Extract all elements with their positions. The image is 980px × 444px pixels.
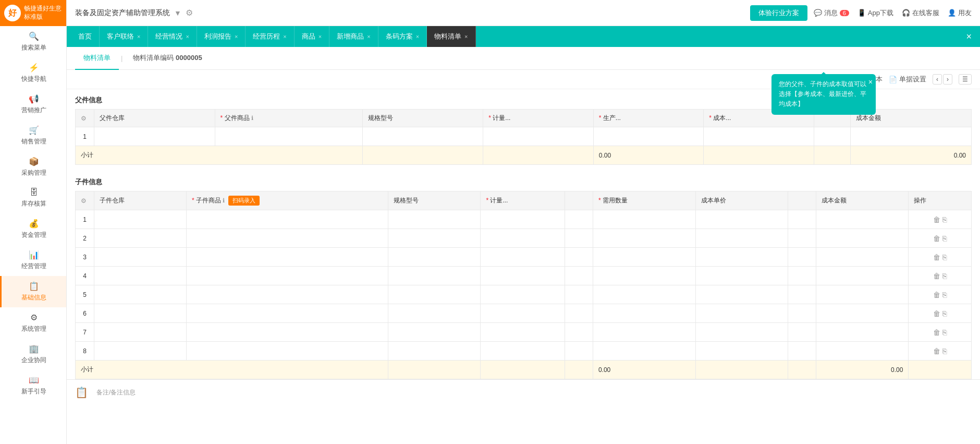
nav-tab-close-icon[interactable]: ×	[464, 33, 468, 40]
child-cell-spec[interactable]	[388, 248, 481, 267]
sidebar-item-inventory[interactable]: 🗄库存核算	[0, 183, 66, 213]
close-all-btn[interactable]: ×	[962, 31, 976, 42]
child-cell-product[interactable]	[187, 342, 388, 361]
child-cell-qty[interactable]	[593, 210, 696, 229]
parent-cell-warehouse[interactable]	[94, 127, 215, 146]
copy-icon[interactable]: ⎘	[942, 347, 947, 355]
nav-tab-close-icon[interactable]: ×	[318, 33, 322, 40]
settings-gear-icon[interactable]: ⚙	[81, 115, 87, 122]
nav-tab-close-icon[interactable]: ×	[186, 33, 189, 40]
message-action[interactable]: 💬 消息 6	[814, 8, 849, 18]
child-cell-unit[interactable]	[481, 304, 565, 323]
sub-tab-material-code[interactable]: 物料清单编码 0000005	[125, 47, 210, 70]
child-cell-unit-price[interactable]	[696, 210, 788, 229]
child-cell-product[interactable]	[187, 267, 388, 285]
nav-tab-close-icon[interactable]: ×	[367, 33, 370, 40]
sidebar-item-finance[interactable]: 💰资金管理	[0, 213, 66, 245]
delete-icon[interactable]: 🗑	[933, 272, 940, 280]
sub-tab-material-list[interactable]: 物料清单	[75, 47, 119, 70]
child-cell-warehouse[interactable]	[94, 267, 187, 285]
child-cell-spec[interactable]	[388, 323, 481, 342]
child-cell-unit[interactable]	[481, 210, 565, 229]
delete-icon[interactable]: 🗑	[933, 328, 940, 337]
child-cell-unit[interactable]	[481, 323, 565, 342]
nav-tab-新增商品[interactable]: 新增商品×	[329, 26, 378, 47]
copy-icon[interactable]: ⎘	[942, 234, 947, 243]
single-setting-btn[interactable]: 📄 单据设置	[889, 75, 926, 84]
child-cell-product[interactable]	[187, 285, 388, 304]
sidebar-item-sales[interactable]: 🛒销售管理	[0, 120, 66, 151]
child-cell-unit[interactable]	[481, 229, 565, 248]
settings-icon[interactable]: ⚙	[186, 8, 193, 18]
child-cell-qty[interactable]	[593, 285, 696, 304]
sidebar-item-operation[interactable]: 📊经营管理	[0, 245, 66, 276]
parent-cell-cost[interactable]	[704, 127, 814, 146]
delete-icon[interactable]: 🗑	[933, 215, 940, 224]
nav-tab-close-icon[interactable]: ×	[137, 33, 140, 40]
child-cell-product[interactable]	[187, 248, 388, 267]
child-cell-unit[interactable]	[481, 267, 565, 285]
child-cell-spec[interactable]	[388, 229, 481, 248]
sidebar-item-enterprise[interactable]: 🏢企业协同	[0, 339, 66, 370]
child-cell-qty[interactable]	[593, 229, 696, 248]
child-cell-warehouse[interactable]	[94, 323, 187, 342]
child-cell-warehouse[interactable]	[94, 342, 187, 361]
nav-tab-close-icon[interactable]: ×	[235, 33, 238, 40]
parent-cell-unit[interactable]	[483, 127, 594, 146]
child-settings-gear-icon[interactable]: ⚙	[81, 197, 87, 205]
sidebar-item-newbie[interactable]: 📖新手引导	[0, 370, 66, 401]
child-cell-product[interactable]	[187, 229, 388, 248]
sidebar-item-quicknav[interactable]: ⚡快捷导航	[0, 57, 66, 89]
child-cell-unit-price[interactable]	[696, 285, 788, 304]
child-cell-product[interactable]	[187, 323, 388, 342]
copy-icon[interactable]: ⎘	[942, 272, 947, 280]
sidebar-item-system[interactable]: ⚙系统管理	[0, 307, 66, 339]
copy-icon[interactable]: ⎘	[942, 291, 947, 299]
nav-tab-利润报告[interactable]: 利润报告×	[197, 26, 246, 47]
child-cell-qty[interactable]	[593, 304, 696, 323]
child-cell-warehouse[interactable]	[94, 210, 187, 229]
copy-icon[interactable]: ⎘	[942, 215, 947, 224]
child-cell-unit-price[interactable]	[696, 229, 788, 248]
sidebar-item-purchase[interactable]: 📦采购管理	[0, 151, 66, 183]
child-cell-spec[interactable]	[388, 342, 481, 361]
child-cell-unit[interactable]	[481, 248, 565, 267]
child-cell-qty[interactable]	[593, 323, 696, 342]
scan-btn[interactable]: 扫码录入	[228, 196, 260, 206]
online-service-action[interactable]: 🎧 在线客服	[902, 8, 939, 18]
child-cell-warehouse[interactable]	[94, 248, 187, 267]
nav-tab-经营历程[interactable]: 经营历程×	[246, 26, 294, 47]
delete-icon[interactable]: 🗑	[933, 253, 940, 261]
child-cell-unit-price[interactable]	[696, 304, 788, 323]
system-name-dropdown-icon[interactable]: ▼	[174, 9, 181, 17]
parent-cell-spec[interactable]	[362, 127, 483, 146]
child-cell-product[interactable]	[187, 304, 388, 323]
child-cell-unit-price[interactable]	[696, 248, 788, 267]
child-cell-unit[interactable]	[481, 285, 565, 304]
nav-tab-条码方案[interactable]: 条码方案×	[378, 26, 427, 47]
nav-tab-客户联络[interactable]: 客户联络×	[100, 26, 148, 47]
sidebar-item-basic[interactable]: 📋基础信息	[0, 276, 66, 307]
sidebar-item-marketing[interactable]: 📢营销推广	[0, 89, 66, 120]
child-cell-qty[interactable]	[593, 342, 696, 361]
child-cell-spec[interactable]	[388, 285, 481, 304]
child-cell-spec[interactable]	[388, 267, 481, 285]
nav-tab-商品[interactable]: 商品×	[295, 26, 329, 47]
child-cell-spec[interactable]	[388, 304, 481, 323]
child-cell-unit[interactable]	[481, 342, 565, 361]
child-cell-warehouse[interactable]	[94, 229, 187, 248]
user-action[interactable]: 👤 用友	[948, 8, 972, 18]
nav-tab-close-icon[interactable]: ×	[283, 33, 286, 40]
delete-icon[interactable]: 🗑	[933, 309, 940, 318]
nav-tab-首页[interactable]: 首页	[71, 26, 100, 47]
child-cell-product[interactable]	[187, 210, 388, 229]
child-cell-qty[interactable]	[593, 248, 696, 267]
child-cell-warehouse[interactable]	[94, 304, 187, 323]
parent-cell-product[interactable]	[215, 127, 362, 146]
delete-icon[interactable]: 🗑	[933, 347, 940, 355]
delete-icon[interactable]: 🗑	[933, 234, 940, 243]
sidebar-item-search[interactable]: 🔍搜索菜单	[0, 26, 66, 57]
child-cell-unit-price[interactable]	[696, 323, 788, 342]
parent-cell-produce[interactable]	[593, 127, 704, 146]
nav-tab-物料清单[interactable]: 物料清单×	[427, 26, 475, 47]
